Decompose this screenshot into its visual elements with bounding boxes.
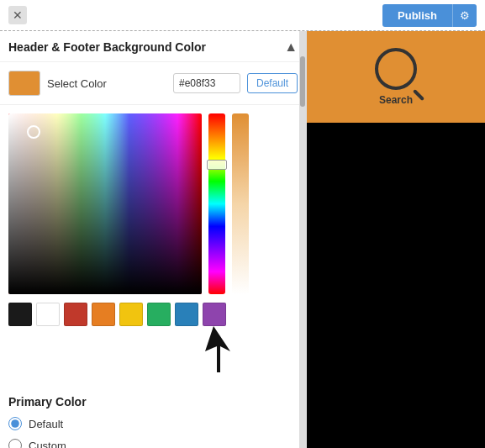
preset-purple[interactable] (203, 303, 226, 326)
svg-marker-0 (205, 326, 230, 372)
publish-group: Publish ⚙ (382, 4, 477, 27)
left-panel: Header & Footer Background Color ▲ Selec… (0, 31, 307, 448)
preset-red[interactable] (64, 303, 87, 326)
publish-button[interactable]: Publish (382, 4, 452, 27)
gear-icon: ⚙ (460, 9, 470, 22)
select-color-label: Select Color (47, 77, 166, 90)
preset-black[interactable] (8, 303, 32, 326)
color-select-row: Select Color Default (0, 62, 306, 105)
chevron-up-icon: ▲ (284, 40, 298, 54)
scrollbar[interactable] (299, 31, 306, 448)
search-icon-area: Search (307, 31, 485, 123)
gradient-dark (8, 113, 202, 294)
opacity-track (232, 113, 249, 294)
right-panel: Search (307, 31, 485, 448)
radio-default-option: Default (8, 417, 298, 430)
close-icon: ✕ (13, 8, 23, 22)
top-bar: ✕ Publish ⚙ (0, 0, 485, 31)
primary-color-title: Primary Color (8, 395, 298, 408)
primary-color-section: Primary Color Default Custom (0, 385, 306, 448)
preset-white[interactable] (36, 303, 60, 326)
main-layout: Header & Footer Background Color ▲ Selec… (0, 31, 485, 448)
scrollbar-thumb[interactable] (300, 56, 305, 107)
radio-default-label: Default (29, 418, 63, 430)
radio-default[interactable] (8, 417, 22, 430)
collapse-button[interactable]: ▲ (284, 40, 298, 55)
preset-yellow[interactable] (119, 303, 143, 326)
arrow-indicator (205, 326, 239, 372)
color-picker-container (0, 105, 306, 303)
radio-custom[interactable] (8, 439, 22, 448)
preset-blue[interactable] (175, 303, 198, 326)
search-icon (375, 48, 417, 90)
hue-slider[interactable] (208, 113, 225, 294)
hex-input[interactable] (173, 73, 240, 93)
preset-orange[interactable] (92, 303, 115, 326)
default-button[interactable]: Default (247, 73, 298, 93)
preset-colors (0, 303, 306, 335)
black-area (307, 123, 485, 448)
search-handle (413, 89, 424, 101)
close-button[interactable]: ✕ (8, 6, 27, 24)
radio-custom-option: Custom (8, 439, 298, 448)
search-label: Search (379, 94, 413, 106)
opacity-slider[interactable] (232, 113, 249, 294)
radio-custom-label: Custom (29, 440, 66, 449)
hue-slider-thumb[interactable] (207, 160, 227, 170)
color-gradient[interactable] (8, 113, 202, 294)
section-header: Header & Footer Background Color ▲ (0, 31, 306, 62)
preset-green[interactable] (147, 303, 171, 326)
color-swatch-button[interactable] (8, 71, 40, 96)
settings-button[interactable]: ⚙ (452, 4, 477, 27)
hue-slider-track (208, 113, 225, 294)
search-circle (375, 48, 417, 90)
section-title: Header & Footer Background Color (8, 40, 206, 54)
